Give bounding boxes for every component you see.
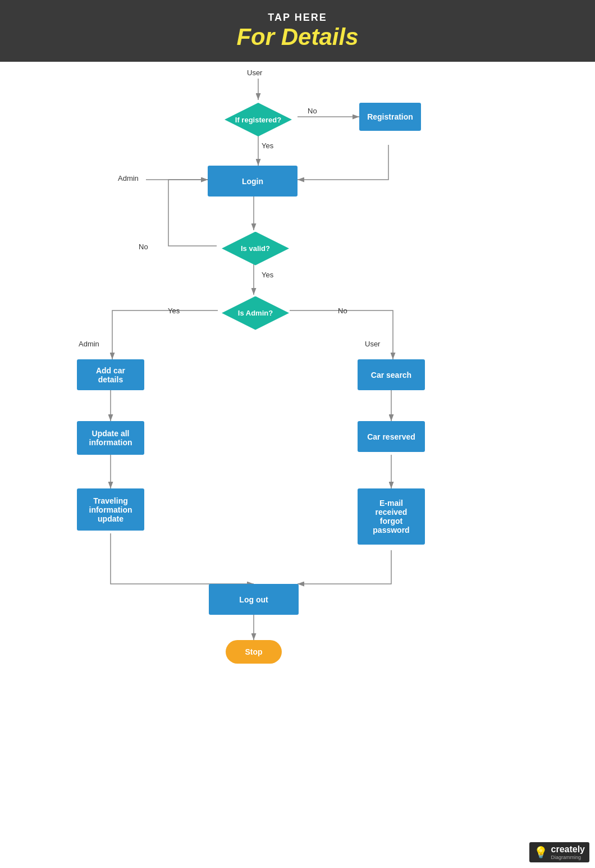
for-details-text[interactable]: For Details [236, 24, 358, 51]
registration-box: Registration [359, 103, 421, 131]
login-box: Login [208, 166, 298, 197]
add-car-details-box: Add car details [77, 359, 144, 390]
creately-name: creately [551, 844, 585, 855]
admin-label-bottom: Admin [79, 340, 99, 348]
yes-registered-label: Yes [262, 141, 273, 150]
tap-here-text[interactable]: TAP HERE [268, 12, 327, 24]
log-out-box: Log out [209, 584, 299, 615]
creately-logo: 💡 creately Diagramming [529, 842, 590, 862]
car-reserved-box: Car reserved [358, 421, 425, 452]
traveling-info-box: Traveling information update [77, 488, 144, 531]
flowchart-diagram: User If registered? No Registration Yes … [0, 62, 595, 868]
is-valid-shape: Is valid? [222, 232, 289, 266]
car-search-box: Car search [358, 359, 425, 390]
update-all-info-box: Update all information [77, 421, 144, 455]
is-admin-shape: Is Admin? [222, 296, 289, 330]
user-label-top: User [247, 68, 262, 77]
no-valid-label: No [139, 243, 148, 251]
arrows-svg [0, 62, 595, 868]
yes-valid-label: Yes [262, 271, 273, 279]
no-registered-label: No [308, 107, 317, 115]
stop-oval: Stop [226, 640, 282, 664]
creately-sub: Diagramming [551, 855, 585, 860]
admin-label-top: Admin [118, 174, 139, 182]
is-valid-diamond: Is valid? [219, 230, 292, 267]
creately-text: creately Diagramming [551, 844, 585, 860]
no-admin-label: No [338, 307, 347, 315]
yes-admin-label: Yes [168, 307, 180, 315]
if-registered-shape: If registered? [225, 103, 292, 136]
email-received-box: E-mail received forgot password [358, 488, 425, 545]
if-registered-diamond: If registered? [219, 100, 298, 139]
is-admin-diamond: Is Admin? [219, 295, 292, 331]
header: TAP HERE For Details [0, 0, 595, 62]
user-label-bottom: User [365, 340, 380, 348]
bulb-icon: 💡 [534, 846, 548, 859]
